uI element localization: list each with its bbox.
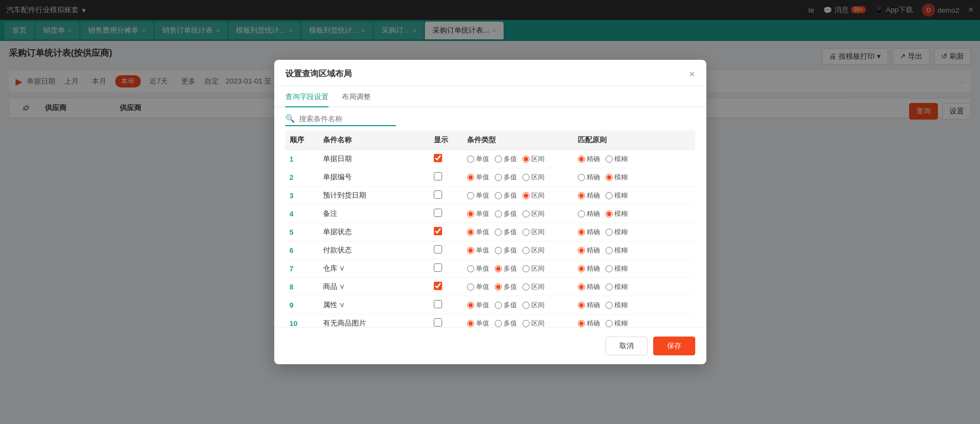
- cell-show-6[interactable]: [429, 263, 463, 273]
- type-radio-区间-1[interactable]: 区间: [522, 173, 545, 182]
- search-input[interactable]: [299, 115, 388, 123]
- cell-match-1: 精确模糊: [573, 173, 695, 182]
- type-radio-多值-6[interactable]: 多值: [495, 264, 517, 273]
- match-radio-模糊-1[interactable]: 模糊: [606, 173, 628, 182]
- type-radio-区间-9[interactable]: 区间: [522, 319, 545, 328]
- show-checkbox-9[interactable]: [434, 318, 442, 327]
- save-button[interactable]: 保存: [653, 337, 695, 355]
- type-radio-多值-3[interactable]: 多值: [495, 209, 517, 219]
- dialog-close-button[interactable]: ×: [689, 69, 695, 79]
- cell-order-9: 10: [285, 319, 319, 328]
- cell-name-4: 单据状态: [319, 227, 429, 237]
- type-radio-单值-2[interactable]: 单值: [467, 191, 489, 200]
- dialog-search-area: 🔍: [274, 107, 706, 131]
- cell-name-3: 备注: [319, 209, 429, 219]
- dialog-header: 设置查询区域布局 ×: [274, 60, 706, 86]
- match-radio-模糊-2[interactable]: 模糊: [606, 191, 628, 200]
- cell-show-1[interactable]: [429, 172, 463, 182]
- type-radio-区间-3[interactable]: 区间: [522, 209, 545, 219]
- cell-show-3[interactable]: [429, 209, 463, 219]
- cell-show-4[interactable]: [429, 227, 463, 237]
- match-radio-模糊-6[interactable]: 模糊: [606, 264, 628, 273]
- show-checkbox-2[interactable]: [434, 190, 442, 199]
- match-radio-精确-8[interactable]: 精确: [578, 301, 600, 310]
- cell-show-5[interactable]: [429, 245, 463, 255]
- type-radio-区间-6[interactable]: 区间: [522, 264, 545, 273]
- type-radio-多值-2[interactable]: 多值: [495, 191, 517, 200]
- type-radio-多值-0[interactable]: 多值: [495, 154, 517, 164]
- match-radio-模糊-0[interactable]: 模糊: [606, 154, 628, 164]
- show-checkbox-3[interactable]: [434, 209, 442, 217]
- cell-order-2: 3: [285, 192, 319, 200]
- cell-type-5: 单值多值区间: [463, 246, 573, 255]
- match-radio-模糊-5[interactable]: 模糊: [606, 246, 628, 255]
- match-radio-精确-0[interactable]: 精确: [578, 154, 600, 164]
- type-radio-多值-8[interactable]: 多值: [495, 301, 517, 310]
- show-checkbox-7[interactable]: [434, 282, 442, 290]
- cell-name-2: 预计到货日期: [319, 190, 429, 200]
- type-radio-单值-6[interactable]: 单值: [467, 264, 489, 273]
- cell-name-5: 付款状态: [319, 245, 429, 255]
- show-checkbox-0[interactable]: [434, 154, 442, 162]
- match-radio-模糊-9[interactable]: 模糊: [606, 319, 628, 328]
- table-row: 9属性 ∨单值多值区间精确模糊: [285, 296, 695, 314]
- type-radio-区间-7[interactable]: 区间: [522, 282, 545, 292]
- type-radio-单值-1[interactable]: 单值: [467, 173, 489, 182]
- cell-order-3: 4: [285, 210, 319, 218]
- cell-type-8: 单值多值区间: [463, 301, 573, 310]
- show-checkbox-4[interactable]: [434, 227, 442, 235]
- type-radio-单值-0[interactable]: 单值: [467, 154, 489, 164]
- show-checkbox-6[interactable]: [434, 263, 442, 272]
- match-radio-精确-4[interactable]: 精确: [578, 227, 600, 237]
- match-radio-精确-3[interactable]: 精确: [578, 209, 600, 219]
- cell-show-2[interactable]: [429, 190, 463, 200]
- match-radio-精确-6[interactable]: 精确: [578, 264, 600, 273]
- type-radio-多值-4[interactable]: 多值: [495, 227, 517, 237]
- cell-show-8[interactable]: [429, 300, 463, 310]
- type-radio-区间-5[interactable]: 区间: [522, 246, 545, 255]
- cell-type-4: 单值多值区间: [463, 227, 573, 237]
- type-radio-多值-9[interactable]: 多值: [495, 319, 517, 328]
- cell-type-7: 单值多值区间: [463, 282, 573, 292]
- show-checkbox-1[interactable]: [434, 172, 442, 180]
- cell-show-7[interactable]: [429, 282, 463, 292]
- match-radio-精确-9[interactable]: 精确: [578, 319, 600, 328]
- type-radio-单值-7[interactable]: 单值: [467, 282, 489, 292]
- match-radio-模糊-8[interactable]: 模糊: [606, 301, 628, 310]
- cell-match-7: 精确模糊: [573, 282, 695, 292]
- show-checkbox-8[interactable]: [434, 300, 442, 308]
- cell-show-0[interactable]: [429, 154, 463, 164]
- type-radio-单值-4[interactable]: 单值: [467, 227, 489, 237]
- cell-show-9[interactable]: [429, 318, 463, 327]
- type-radio-多值-7[interactable]: 多值: [495, 282, 517, 292]
- type-radio-区间-8[interactable]: 区间: [522, 301, 545, 310]
- type-radio-单值-3[interactable]: 单值: [467, 209, 489, 219]
- match-radio-精确-2[interactable]: 精确: [578, 191, 600, 200]
- type-radio-多值-1[interactable]: 多值: [495, 173, 517, 182]
- type-radio-区间-4[interactable]: 区间: [522, 227, 545, 237]
- table-row: 2单据编号单值多值区间精确模糊: [285, 168, 695, 187]
- type-radio-单值-8[interactable]: 单值: [467, 301, 489, 310]
- type-radio-单值-9[interactable]: 单值: [467, 319, 489, 328]
- show-checkbox-5[interactable]: [434, 245, 442, 254]
- type-radio-单值-5[interactable]: 单值: [467, 246, 489, 255]
- table-body: 1单据日期单值多值区间精确模糊2单据编号单值多值区间精确模糊3预计到货日期单值多…: [285, 150, 695, 327]
- table-row: 1单据日期单值多值区间精确模糊: [285, 150, 695, 168]
- type-radio-区间-2[interactable]: 区间: [522, 191, 545, 200]
- dialog-title: 设置查询区域布局: [285, 69, 352, 79]
- cell-match-3: 精确模糊: [573, 209, 695, 219]
- cancel-button[interactable]: 取消: [606, 337, 648, 355]
- cell-order-7: 8: [285, 283, 319, 291]
- match-radio-模糊-4[interactable]: 模糊: [606, 227, 628, 237]
- match-radio-精确-1[interactable]: 精确: [578, 173, 600, 182]
- type-radio-区间-0[interactable]: 区间: [522, 154, 545, 164]
- match-radio-精确-7[interactable]: 精确: [578, 282, 600, 292]
- tab-query-fields[interactable]: 查询字段设置: [285, 86, 329, 107]
- tab-layout-adjust[interactable]: 布局调整: [342, 86, 371, 107]
- dialog-footer: 取消 保存: [274, 327, 706, 364]
- match-radio-模糊-7[interactable]: 模糊: [606, 282, 628, 292]
- cell-type-2: 单值多值区间: [463, 191, 573, 200]
- match-radio-精确-5[interactable]: 精确: [578, 246, 600, 255]
- type-radio-多值-5[interactable]: 多值: [495, 246, 517, 255]
- match-radio-模糊-3[interactable]: 模糊: [606, 209, 628, 219]
